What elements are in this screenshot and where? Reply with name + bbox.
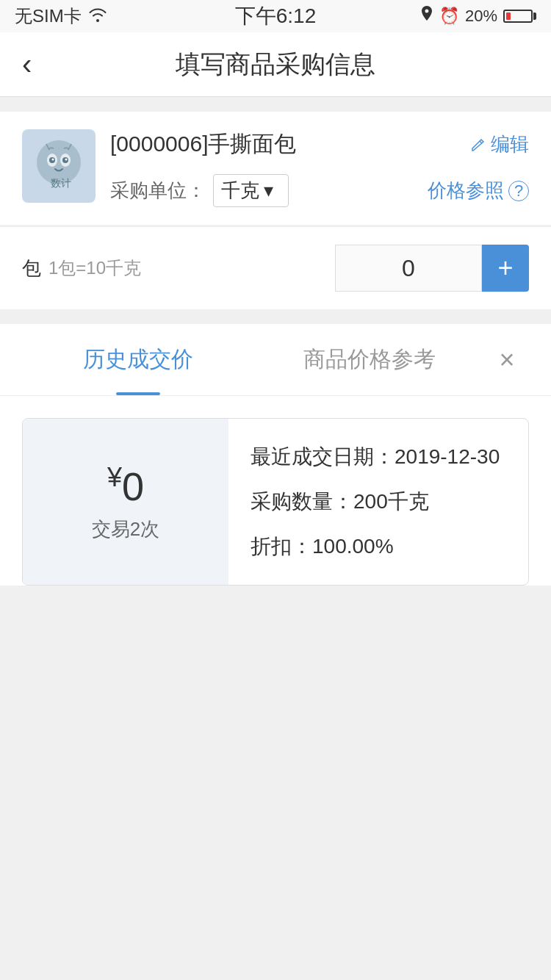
quantity-control: 0 + — [335, 245, 529, 292]
svg-point-6 — [65, 159, 68, 161]
unit-select[interactable]: 千克 ▾ — [213, 174, 289, 207]
svg-text:数计: 数计 — [51, 177, 71, 188]
page-background — [0, 608, 551, 980]
help-icon: ? — [508, 181, 529, 201]
price-left-panel: ¥0 交易2次 — [23, 419, 228, 585]
trade-count: 交易2次 — [92, 516, 159, 542]
dropdown-arrow-icon: ▾ — [264, 179, 273, 202]
quantity-input[interactable]: 0 — [335, 245, 482, 292]
battery-percent: 20% — [465, 7, 497, 26]
purchase-qty-row: 采购数量：200千克 — [251, 486, 506, 519]
product-image-icon: 数计 — [33, 137, 84, 195]
tab-close-button[interactable]: × — [485, 338, 529, 382]
tab-product-price-ref[interactable]: 商品价格参考 — [253, 324, 485, 395]
discount-row: 折扣：100.00% — [251, 530, 506, 563]
price-right-panel: 最近成交日期：2019-12-30 采购数量：200千克 折扣：100.00% — [228, 419, 528, 585]
history-price-card: ¥0 交易2次 最近成交日期：2019-12-30 采购数量：200千克 折扣：… — [22, 418, 529, 586]
carrier-label: 无SIM卡 — [15, 4, 82, 28]
status-bar: 无SIM卡 下午6:12 ⏰ 20% — [0, 0, 551, 32]
page-title: 填写商品采购信息 — [176, 48, 375, 82]
nav-bar: ‹ 填写商品采购信息 — [0, 32, 551, 97]
battery-icon — [503, 10, 536, 23]
unit-label: 采购单位： 千克 ▾ — [110, 174, 289, 207]
status-right: ⏰ 20% — [420, 6, 536, 26]
alarm-icon: ⏰ — [439, 7, 459, 26]
product-details: [0000006]手撕面包 编辑 采购单位： 千克 ▾ 价格参照 ? — [110, 129, 529, 207]
yen-symbol: ¥ — [107, 462, 122, 492]
product-row: 采购单位： 千克 ▾ 价格参照 ? — [110, 174, 529, 207]
tab-history-price[interactable]: 历史成交价 — [22, 324, 253, 395]
product-card: 数计 [0000006]手撕面包 编辑 采购单位： 千克 ▾ — [0, 112, 551, 225]
product-thumbnail: 数计 — [22, 129, 96, 203]
back-button[interactable]: ‹ — [22, 48, 32, 81]
tab-header: 历史成交价 商品价格参考 × — [0, 324, 551, 396]
tab-panel: 历史成交价 商品价格参考 × ¥0 交易2次 最近成交日期：2019-12-30… — [0, 324, 551, 586]
quantity-section: 包 1包=10千克 0 + — [0, 226, 551, 309]
location-icon — [420, 6, 433, 26]
price-amount: ¥0 — [107, 462, 144, 509]
price-reference-button[interactable]: 价格参照 ? — [428, 178, 529, 203]
edit-button[interactable]: 编辑 — [470, 131, 529, 157]
quantity-plus-button[interactable]: + — [482, 245, 529, 292]
wifi-icon — [87, 6, 108, 26]
quantity-conversion: 1包=10千克 — [48, 256, 141, 280]
recent-date-row: 最近成交日期：2019-12-30 — [251, 441, 506, 474]
product-header: [0000006]手撕面包 编辑 — [110, 129, 529, 159]
svg-point-5 — [52, 159, 54, 161]
quantity-label: 包 1包=10千克 — [22, 256, 141, 281]
status-time: 下午6:12 — [235, 2, 317, 30]
status-left: 无SIM卡 — [15, 4, 108, 28]
product-name: [0000006]手撕面包 — [110, 129, 296, 159]
